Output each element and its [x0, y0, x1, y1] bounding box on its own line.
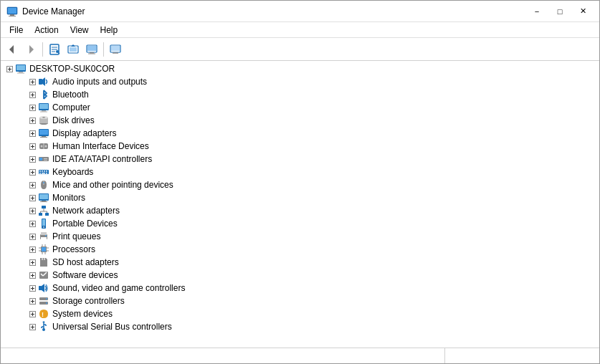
svg-marker-34	[42, 77, 45, 86]
disk-expand[interactable]	[27, 115, 38, 126]
svg-rect-28	[19, 72, 23, 73]
svg-rect-43	[42, 110, 46, 112]
svg-point-65	[45, 145, 47, 148]
tree-item-computer[interactable]: Computer	[1, 101, 599, 114]
print-label: Print queues	[52, 231, 100, 241]
svg-point-168	[42, 328, 45, 331]
keyboard-expand[interactable]	[27, 166, 38, 178]
svg-rect-44	[40, 112, 47, 112]
tree-item-keyboard[interactable]: Keyboards	[1, 166, 599, 178]
tree-item-display[interactable]: Display adapters	[1, 127, 599, 140]
tree-view[interactable]: DESKTOP-SUK0COR	[1, 61, 599, 348]
svg-rect-100	[39, 213, 42, 216]
svg-rect-110	[42, 219, 45, 226]
usb-expand[interactable]	[27, 321, 38, 332]
system-expand[interactable]	[27, 308, 38, 320]
storage-label: Storage controllers	[52, 296, 125, 306]
software-icon	[38, 269, 49, 281]
tree-item-portable[interactable]: Portable Devices	[1, 217, 599, 230]
software-expand[interactable]	[27, 269, 38, 281]
hid-expand[interactable]	[27, 140, 38, 152]
svg-rect-42	[39, 104, 48, 109]
update-driver-button[interactable]	[65, 41, 82, 58]
svg-rect-70	[39, 158, 42, 161]
ide-expand[interactable]	[27, 153, 38, 165]
menu-view[interactable]: View	[65, 24, 95, 37]
processor-icon	[38, 244, 49, 255]
ide-icon	[38, 153, 49, 165]
ide-label: IDE ATA/ATAPI controllers	[52, 154, 152, 164]
network-expand[interactable]	[27, 205, 38, 216]
tree-item-sound[interactable]: Sound, video and game controllers	[1, 282, 599, 294]
svg-rect-56	[39, 130, 48, 135]
monitor-label: Monitors	[52, 193, 85, 203]
svg-rect-29	[17, 73, 24, 74]
menu-file[interactable]: File	[4, 24, 29, 37]
svg-rect-94	[42, 201, 46, 201]
svg-rect-13	[70, 47, 77, 52]
tree-item-usb[interactable]: Universal Serial Bus controllers	[1, 320, 599, 333]
tree-item-processor[interactable]: Processors	[1, 243, 599, 256]
menu-help[interactable]: Help	[95, 24, 124, 37]
portable-label: Portable Devices	[52, 219, 118, 229]
root-expand-icon[interactable]	[4, 63, 15, 75]
properties-button[interactable]	[46, 41, 63, 58]
back-button[interactable]	[4, 41, 21, 58]
tree-item-bluetooth[interactable]: Bluetooth	[1, 88, 599, 101]
sd-icon	[38, 257, 49, 268]
tree-item-disk[interactable]: Disk drives	[1, 114, 599, 127]
keyboard-label: Keyboards	[52, 167, 93, 177]
svg-rect-77	[39, 171, 41, 172]
audio-expand[interactable]	[27, 76, 38, 87]
svg-rect-136	[44, 258, 45, 260]
portable-expand[interactable]	[27, 218, 38, 229]
software-label: Software devices	[52, 270, 118, 280]
svg-point-111	[43, 226, 44, 228]
device-manager-icon-button[interactable]	[83, 41, 100, 58]
tree-item-monitor[interactable]: Monitors	[1, 191, 599, 204]
svg-rect-82	[42, 173, 45, 174]
tree-item-system[interactable]: ! System devices	[1, 307, 599, 320]
storage-expand[interactable]	[27, 295, 38, 307]
tree-item-audio[interactable]: Audio inputs and outputs	[1, 75, 599, 88]
forward-button[interactable]	[22, 41, 39, 58]
minimize-button[interactable]: −	[526, 4, 548, 19]
monitor-expand[interactable]	[27, 192, 38, 203]
svg-rect-16	[87, 46, 96, 51]
monitor-button[interactable]	[107, 41, 124, 58]
tree-item-sd[interactable]: SD host adapters	[1, 256, 599, 269]
tree-item-ide[interactable]: IDE ATA/ATAPI controllers	[1, 153, 599, 166]
svg-rect-71	[44, 158, 47, 159]
tree-item-storage[interactable]: Storage controllers	[1, 294, 599, 307]
svg-marker-163	[42, 321, 45, 322]
display-expand[interactable]	[27, 128, 38, 139]
status-main	[1, 348, 445, 363]
bluetooth-icon	[38, 89, 49, 100]
hid-label: Human Interface Devices	[52, 141, 149, 151]
computer-expand[interactable]	[27, 102, 38, 113]
sound-expand[interactable]	[27, 282, 38, 294]
root-computer-icon	[15, 63, 27, 75]
maximize-button[interactable]: □	[549, 4, 571, 19]
print-expand[interactable]	[27, 231, 38, 242]
tree-item-print[interactable]: Print queues	[1, 230, 599, 243]
bluetooth-expand[interactable]	[27, 89, 38, 100]
tree-item-network[interactable]: Network adapters	[1, 204, 599, 217]
tree-root[interactable]: DESKTOP-SUK0COR	[1, 62, 599, 75]
monitor-icon	[38, 192, 49, 203]
tree-item-mouse[interactable]: Mice and other pointing devices	[1, 178, 599, 191]
tree-item-hid[interactable]: Human Interface Devices	[1, 140, 599, 153]
mouse-expand[interactable]	[27, 179, 38, 191]
usb-icon	[38, 321, 49, 332]
menu-action[interactable]: Action	[29, 24, 64, 37]
svg-rect-99	[42, 206, 46, 209]
svg-rect-17	[90, 52, 94, 54]
svg-point-64	[41, 145, 43, 148]
close-button[interactable]: ✕	[572, 4, 594, 19]
svg-rect-135	[42, 258, 43, 260]
sd-expand[interactable]	[27, 257, 38, 268]
tree-item-software[interactable]: Software devices	[1, 269, 599, 282]
system-icon: !	[38, 308, 49, 320]
computer-icon	[38, 102, 49, 113]
processor-expand[interactable]	[27, 244, 38, 255]
